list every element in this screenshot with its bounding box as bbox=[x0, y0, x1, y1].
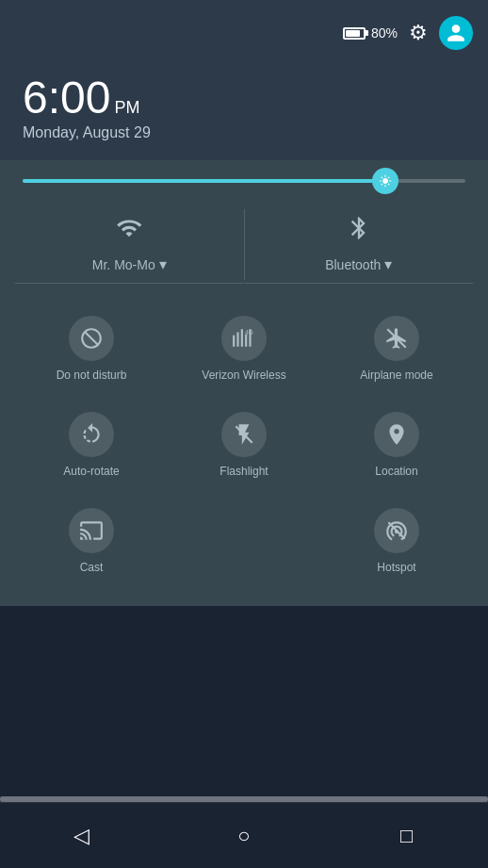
time-ampm: PM bbox=[114, 98, 139, 118]
bluetooth-icon bbox=[346, 215, 372, 248]
time-display: 6:00 PM bbox=[23, 75, 465, 121]
navigation-bar: ◁ ○ □ bbox=[0, 802, 488, 868]
wifi-bt-row: Mr. Mo-Mo ▾ Bluetooth ▾ bbox=[15, 205, 473, 284]
battery-indicator: 80% bbox=[343, 25, 398, 41]
airplane-icon bbox=[374, 316, 419, 361]
wifi-chevron-icon: ▾ bbox=[159, 255, 167, 273]
quick-settings-panel: Mr. Mo-Mo ▾ Bluetooth ▾ Do bbox=[0, 160, 488, 606]
brightness-row bbox=[15, 179, 473, 183]
recent-apps-button[interactable]: □ bbox=[388, 817, 426, 855]
recent-apps-icon: □ bbox=[400, 824, 413, 848]
flashlight-icon bbox=[221, 412, 267, 457]
do-not-disturb-icon bbox=[69, 316, 114, 361]
hotspot-toggle[interactable]: Hotspot bbox=[320, 491, 473, 587]
bluetooth-label: Bluetooth bbox=[325, 257, 381, 272]
quick-toggle-grid-row2: Auto-rotate Flashlight Location bbox=[15, 395, 473, 491]
airplane-mode-toggle[interactable]: Airplane mode bbox=[320, 299, 473, 395]
avatar-icon[interactable] bbox=[439, 16, 473, 50]
back-icon: ◁ bbox=[73, 824, 89, 848]
bluetooth-toggle[interactable]: Bluetooth ▾ bbox=[245, 205, 474, 284]
brightness-fill bbox=[23, 179, 385, 183]
bluetooth-chevron-icon: ▾ bbox=[384, 255, 392, 273]
verizon-toggle[interactable]: 4G Verizon Wireless bbox=[168, 299, 320, 395]
bluetooth-label-row: Bluetooth ▾ bbox=[325, 255, 392, 273]
cast-label: Cast bbox=[80, 561, 104, 574]
flashlight-label: Flashlight bbox=[220, 465, 268, 478]
settings-icon[interactable]: ⚙ bbox=[409, 21, 428, 45]
hotspot-icon bbox=[374, 508, 419, 553]
quick-toggle-grid-row1: Do not disturb 4G Verizon Wireless Airpl… bbox=[15, 299, 473, 395]
home-button[interactable]: ○ bbox=[225, 817, 263, 855]
wifi-toggle[interactable]: Mr. Mo-Mo ▾ bbox=[15, 205, 244, 284]
back-button[interactable]: ◁ bbox=[62, 817, 100, 855]
wifi-icon bbox=[116, 215, 142, 248]
brightness-thumb bbox=[372, 168, 399, 194]
datetime-section: 6:00 PM Monday, August 29 bbox=[0, 66, 488, 160]
wifi-network-name: Mr. Mo-Mo bbox=[92, 257, 155, 272]
home-icon: ○ bbox=[237, 824, 250, 848]
wifi-label-row: Mr. Mo-Mo ▾ bbox=[92, 255, 167, 273]
quick-toggle-grid-row3: Cast Hotspot bbox=[15, 491, 473, 587]
battery-icon bbox=[343, 27, 366, 40]
location-icon bbox=[374, 412, 419, 457]
empty-slot bbox=[168, 491, 320, 587]
date-display: Monday, August 29 bbox=[23, 124, 465, 141]
time-main: 6:00 bbox=[23, 75, 110, 121]
location-toggle[interactable]: Location bbox=[320, 395, 473, 491]
verizon-label: Verizon Wireless bbox=[202, 368, 285, 382]
cast-icon bbox=[69, 508, 114, 553]
svg-text:4G: 4G bbox=[245, 329, 253, 336]
hotspot-label: Hotspot bbox=[377, 561, 415, 574]
flashlight-toggle[interactable]: Flashlight bbox=[168, 395, 320, 491]
brightness-slider[interactable] bbox=[23, 179, 465, 183]
auto-rotate-toggle[interactable]: Auto-rotate bbox=[15, 395, 168, 491]
auto-rotate-label: Auto-rotate bbox=[63, 465, 119, 478]
airplane-mode-label: Airplane mode bbox=[360, 368, 432, 382]
auto-rotate-icon bbox=[69, 412, 114, 457]
cellular-icon: 4G bbox=[221, 316, 267, 361]
location-label: Location bbox=[375, 465, 417, 478]
do-not-disturb-toggle[interactable]: Do not disturb bbox=[15, 299, 168, 395]
battery-percent: 80% bbox=[371, 25, 398, 41]
cast-toggle[interactable]: Cast bbox=[15, 491, 168, 587]
do-not-disturb-label: Do not disturb bbox=[57, 368, 127, 382]
status-bar: 80% ⚙ bbox=[0, 0, 488, 66]
